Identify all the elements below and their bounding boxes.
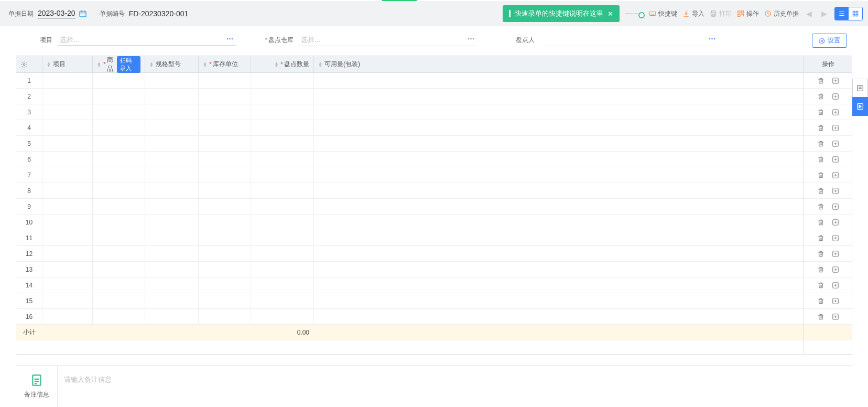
- cell-goods[interactable]: [93, 136, 145, 151]
- cell-avail[interactable]: [314, 215, 804, 230]
- cell-goods[interactable]: [93, 293, 145, 308]
- delete-row-icon[interactable]: [817, 93, 824, 100]
- table-row[interactable]: 14: [16, 277, 804, 293]
- cell-project[interactable]: [42, 199, 93, 214]
- cell-avail[interactable]: [314, 73, 804, 88]
- cell-project[interactable]: [42, 246, 93, 261]
- cell-avail[interactable]: [314, 262, 804, 277]
- add-row-icon[interactable]: [832, 77, 839, 84]
- col-unit[interactable]: ▲▼*库存单位: [199, 56, 251, 72]
- cell-avail[interactable]: [314, 199, 804, 214]
- cell-goods[interactable]: [93, 230, 145, 245]
- cell-spec[interactable]: [145, 152, 199, 167]
- cell-spec[interactable]: [145, 309, 199, 324]
- cell-goods[interactable]: [93, 152, 145, 167]
- cell-unit[interactable]: [199, 167, 251, 183]
- cell-avail[interactable]: [314, 309, 804, 324]
- col-spec[interactable]: ▲▼规格型号: [145, 56, 199, 72]
- col-project[interactable]: ▲▼项目: [42, 56, 93, 72]
- cell-spec[interactable]: [145, 89, 199, 104]
- cell-spec[interactable]: [145, 183, 199, 198]
- table-row[interactable]: 10: [16, 215, 804, 230]
- add-row-icon[interactable]: [832, 250, 839, 258]
- cell-goods[interactable]: [93, 73, 145, 88]
- delete-row-icon[interactable]: [817, 187, 824, 195]
- cell-project[interactable]: [42, 277, 93, 293]
- cell-qty[interactable]: [251, 309, 314, 324]
- cell-project[interactable]: [42, 152, 93, 167]
- add-row-icon[interactable]: [832, 93, 839, 100]
- col-goods[interactable]: ▲▼*商品扫码录入: [93, 56, 145, 72]
- add-row-icon[interactable]: [832, 203, 839, 210]
- cell-project[interactable]: [42, 309, 93, 324]
- add-row-icon[interactable]: [832, 266, 839, 273]
- cell-unit[interactable]: [199, 309, 251, 324]
- tip-close-icon[interactable]: ✕: [607, 10, 613, 18]
- cell-goods[interactable]: [93, 167, 145, 183]
- cell-qty[interactable]: [251, 89, 314, 104]
- cell-qty[interactable]: [251, 73, 314, 88]
- table-row[interactable]: 16: [16, 309, 804, 325]
- ops-button[interactable]: 操作: [737, 9, 759, 18]
- table-row[interactable]: 3: [16, 104, 804, 120]
- cell-avail[interactable]: [314, 277, 804, 293]
- delete-row-icon[interactable]: [817, 282, 824, 289]
- delete-row-icon[interactable]: [817, 124, 824, 132]
- table-row[interactable]: 15: [16, 293, 804, 309]
- cell-goods[interactable]: [93, 199, 145, 214]
- cell-qty[interactable]: [251, 199, 314, 214]
- shortcut-button[interactable]: 快捷键: [649, 9, 677, 18]
- table-row[interactable]: 6: [16, 152, 804, 167]
- cell-qty[interactable]: [251, 277, 314, 293]
- delete-row-icon[interactable]: [817, 172, 824, 179]
- cell-unit[interactable]: [199, 230, 251, 245]
- add-row-icon[interactable]: [832, 297, 839, 305]
- cell-unit[interactable]: [199, 73, 251, 88]
- add-row-icon[interactable]: [832, 172, 839, 179]
- add-row-icon[interactable]: [832, 140, 839, 147]
- cell-spec[interactable]: [145, 120, 199, 135]
- history-button[interactable]: 历史单据: [764, 9, 799, 18]
- calendar-icon[interactable]: [79, 9, 87, 18]
- cell-unit[interactable]: [199, 152, 251, 167]
- col-gear[interactable]: [16, 56, 42, 72]
- cell-goods[interactable]: [93, 215, 145, 230]
- cell-avail[interactable]: [314, 120, 804, 135]
- cell-unit[interactable]: [199, 183, 251, 198]
- cell-spec[interactable]: [145, 136, 199, 151]
- cell-avail[interactable]: [314, 89, 804, 104]
- cell-qty[interactable]: [251, 293, 314, 308]
- cell-unit[interactable]: [199, 246, 251, 261]
- cell-spec[interactable]: [145, 262, 199, 277]
- cell-avail[interactable]: [314, 104, 804, 120]
- delete-row-icon[interactable]: [817, 77, 824, 84]
- delete-row-icon[interactable]: [817, 266, 824, 273]
- cell-spec[interactable]: [145, 293, 199, 308]
- cell-goods[interactable]: [93, 183, 145, 198]
- cell-qty[interactable]: [251, 215, 314, 230]
- cell-project[interactable]: [42, 120, 93, 135]
- date-value[interactable]: 2023-03-20: [38, 9, 75, 19]
- delete-row-icon[interactable]: [817, 203, 824, 210]
- cell-spec[interactable]: [145, 246, 199, 261]
- cell-goods[interactable]: [93, 89, 145, 104]
- cell-goods[interactable]: [93, 277, 145, 293]
- cell-qty[interactable]: [251, 152, 314, 167]
- table-row[interactable]: 8: [16, 183, 804, 199]
- delete-row-icon[interactable]: [817, 219, 824, 226]
- cell-qty[interactable]: [251, 262, 314, 277]
- project-input[interactable]: [58, 34, 236, 46]
- table-row[interactable]: 5: [16, 136, 804, 152]
- cell-project[interactable]: [42, 167, 93, 183]
- warehouse-input[interactable]: [299, 34, 477, 46]
- cell-spec[interactable]: [145, 277, 199, 293]
- view-card-button[interactable]: [849, 7, 862, 20]
- cell-project[interactable]: [42, 136, 93, 151]
- delete-row-icon[interactable]: [817, 156, 824, 163]
- table-row[interactable]: 1: [16, 73, 804, 89]
- table-row[interactable]: 13: [16, 262, 804, 277]
- cell-spec[interactable]: [145, 230, 199, 245]
- cell-unit[interactable]: [199, 120, 251, 135]
- table-row[interactable]: 11: [16, 230, 804, 246]
- delete-row-icon[interactable]: [817, 109, 824, 116]
